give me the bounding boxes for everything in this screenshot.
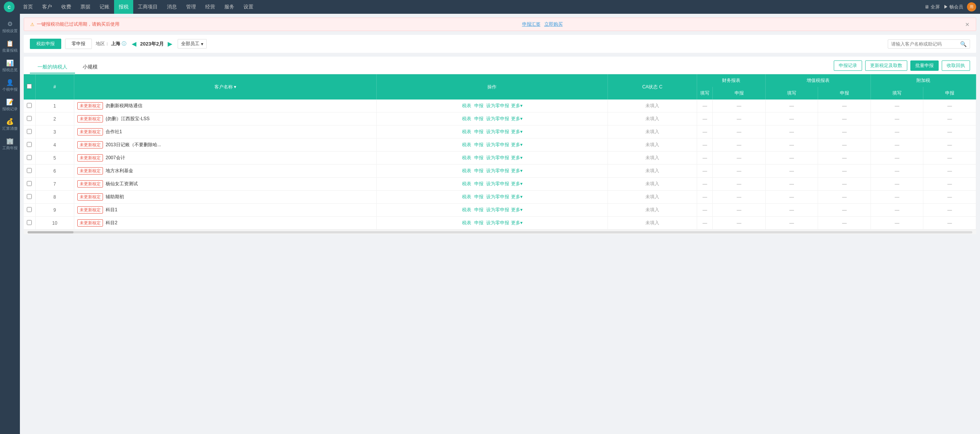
row-checkbox-9[interactable]	[24, 217, 35, 230]
op-tax-table-7[interactable]: 税表	[462, 194, 471, 199]
nav-operation[interactable]: 经营	[201, 0, 220, 14]
op-declare-5[interactable]: 申报	[474, 168, 483, 173]
row-checkbox-3[interactable]	[24, 139, 35, 152]
apply-link[interactable]: 申报汇签	[522, 21, 541, 28]
row-checkbox-1[interactable]	[24, 113, 35, 126]
close-icon[interactable]: ✕	[965, 21, 970, 28]
sidebar-item-annual-report[interactable]: 🏢 工商年报	[0, 134, 20, 153]
op-more-7[interactable]: 更多▾	[511, 194, 523, 199]
info-icon[interactable]: ⓘ	[122, 41, 126, 47]
row-checkbox-8[interactable]	[24, 204, 35, 217]
row-check-6[interactable]	[27, 181, 32, 186]
next-month-btn[interactable]: ▶	[166, 40, 174, 47]
row-check-0[interactable]	[27, 103, 32, 108]
nav-message[interactable]: 消息	[162, 0, 181, 14]
row-checkbox-2[interactable]	[24, 126, 35, 139]
op-tax-table-9[interactable]: 税表	[462, 220, 471, 225]
row-checkbox-7[interactable]	[24, 191, 35, 204]
nav-service[interactable]: 服务	[220, 0, 239, 14]
avatar[interactable]: 用	[967, 2, 976, 11]
nav-settings[interactable]: 设置	[239, 0, 258, 14]
tab-tax-declare[interactable]: 税款申报	[30, 39, 61, 49]
op-declare-2[interactable]: 申报	[474, 129, 483, 134]
row-checkbox-0[interactable]	[24, 100, 35, 113]
op-zero-declare-2[interactable]: 设为零申报	[486, 129, 509, 134]
update-tax-btn[interactable]: 更新税定及取数	[865, 60, 907, 71]
bottom-scrollbar[interactable]	[24, 230, 976, 234]
op-more-8[interactable]: 更多▾	[511, 207, 523, 212]
sidebar-item-settlement[interactable]: 💰 汇算清缴	[0, 114, 20, 134]
op-declare-1[interactable]: 申报	[474, 116, 483, 121]
op-more-0[interactable]: 更多▾	[511, 103, 523, 108]
nav-manage[interactable]: 管理	[181, 0, 201, 14]
op-zero-declare-7[interactable]: 设为零申报	[486, 194, 509, 199]
op-tax-table-0[interactable]: 税表	[462, 103, 471, 108]
prev-month-btn[interactable]: ◀	[130, 40, 138, 47]
collect-receipt-btn[interactable]: 收取回执	[942, 60, 970, 71]
op-tax-table-4[interactable]: 税表	[462, 155, 471, 160]
op-declare-0[interactable]: 申报	[474, 103, 483, 108]
sidebar-item-tax-overview[interactable]: 📊 报税总览	[0, 56, 20, 75]
op-zero-declare-4[interactable]: 设为零申报	[486, 155, 509, 160]
op-tax-table-6[interactable]: 税表	[462, 181, 471, 186]
fullscreen-btn[interactable]: 🖥 全屏	[924, 4, 939, 10]
sidebar-item-tax-records[interactable]: 📝 报税记录	[0, 95, 20, 114]
nav-bookkeeping[interactable]: 记账	[95, 0, 114, 14]
nav-home[interactable]: 首页	[18, 0, 38, 14]
buy-link[interactable]: 立即购买	[544, 21, 563, 28]
op-zero-declare-5[interactable]: 设为零申报	[486, 168, 509, 173]
op-declare-8[interactable]: 申报	[474, 207, 483, 212]
staff-select[interactable]: 全部员工 ▾	[178, 39, 207, 49]
op-zero-declare-8[interactable]: 设为零申报	[486, 207, 509, 212]
op-more-6[interactable]: 更多▾	[511, 181, 523, 186]
nav-fee[interactable]: 收费	[57, 0, 76, 14]
sidebar-item-tax-settings[interactable]: ⚙ 报税设置	[0, 17, 20, 36]
row-check-5[interactable]	[27, 168, 32, 173]
op-declare-6[interactable]: 申报	[474, 181, 483, 186]
op-more-2[interactable]: 更多▾	[511, 129, 523, 134]
batch-declare-btn[interactable]: 批量申报	[910, 60, 939, 71]
op-more-4[interactable]: 更多▾	[511, 155, 523, 160]
row-check-2[interactable]	[27, 129, 32, 134]
declare-records-btn[interactable]: 申报记录	[834, 60, 862, 71]
sidebar-item-personal-tax[interactable]: 👤 个税申报	[0, 75, 20, 95]
op-zero-declare-0[interactable]: 设为零申报	[486, 103, 509, 108]
search-input[interactable]	[891, 41, 960, 47]
upgrade-btn[interactable]: ▶ 畅会员	[944, 4, 963, 10]
row-checkbox-4[interactable]	[24, 152, 35, 165]
search-icon[interactable]: 🔍	[960, 41, 967, 47]
op-more-5[interactable]: 更多▾	[511, 168, 523, 173]
row-check-7[interactable]	[27, 194, 32, 199]
select-all-checkbox[interactable]	[27, 84, 32, 89]
op-tax-table-8[interactable]: 税表	[462, 207, 471, 212]
tab-zero-declare[interactable]: 零申报	[65, 39, 92, 49]
nav-invoice[interactable]: 票据	[76, 0, 95, 14]
nav-customer[interactable]: 客户	[38, 0, 57, 14]
row-checkbox-6[interactable]	[24, 178, 35, 191]
op-tax-table-2[interactable]: 税表	[462, 129, 471, 134]
op-zero-declare-3[interactable]: 设为零申报	[486, 142, 509, 147]
row-check-9[interactable]	[27, 220, 32, 225]
op-tax-table-5[interactable]: 税表	[462, 168, 471, 173]
tab-general-taxpayer[interactable]: 一般的纳税人	[30, 61, 75, 73]
op-zero-declare-1[interactable]: 设为零申报	[486, 116, 509, 121]
sidebar-item-batch-tax[interactable]: 📋 批量报税	[0, 36, 20, 56]
row-check-3[interactable]	[27, 142, 32, 147]
op-zero-declare-9[interactable]: 设为零申报	[486, 220, 509, 225]
op-more-9[interactable]: 更多▾	[511, 220, 523, 225]
row-checkbox-5[interactable]	[24, 165, 35, 178]
op-declare-9[interactable]: 申报	[474, 220, 483, 225]
op-more-1[interactable]: 更多▾	[511, 116, 523, 121]
op-declare-7[interactable]: 申报	[474, 194, 483, 199]
op-tax-table-3[interactable]: 税表	[462, 142, 471, 147]
row-check-8[interactable]	[27, 207, 32, 212]
nav-business[interactable]: 工商项目	[133, 0, 162, 14]
op-zero-declare-6[interactable]: 设为零申报	[486, 181, 509, 186]
nav-tax[interactable]: 报税	[114, 0, 133, 14]
op-tax-table-1[interactable]: 税表	[462, 116, 471, 121]
row-check-4[interactable]	[27, 155, 32, 160]
tab-small-scale[interactable]: 小规模	[75, 61, 105, 73]
row-check-1[interactable]	[27, 116, 32, 121]
op-declare-4[interactable]: 申报	[474, 155, 483, 160]
op-more-3[interactable]: 更多▾	[511, 142, 523, 147]
